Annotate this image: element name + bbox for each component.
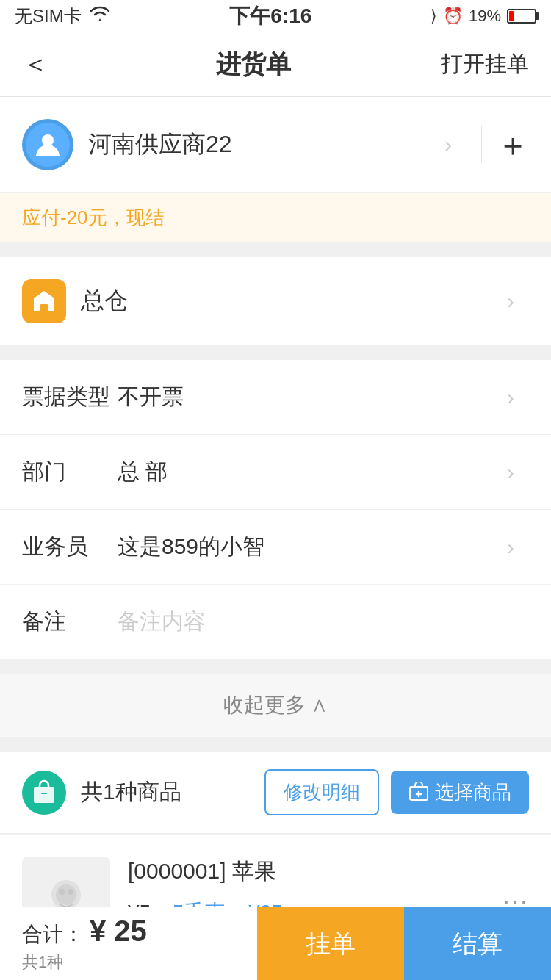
ticket-type-label: 票据类型 xyxy=(22,382,118,412)
remark-value[interactable]: 备注内容 xyxy=(118,607,529,637)
products-header: 共1种商品 修改明细 选择商品 xyxy=(0,752,551,833)
pay-label: 结算 xyxy=(453,927,503,961)
pay-button[interactable]: 结算 xyxy=(404,907,551,980)
warehouse-name: 总仓 xyxy=(81,285,507,317)
select-product-label: 选择商品 xyxy=(435,779,511,805)
back-button[interactable]: ＜ xyxy=(22,46,66,82)
total-section: 合计： ¥ 25 共1种 xyxy=(0,907,257,980)
department-value: 总 部 xyxy=(118,457,507,487)
salesperson-label: 业务员 xyxy=(22,532,118,562)
svg-rect-3 xyxy=(41,793,47,794)
hold-label: 挂单 xyxy=(306,927,356,961)
vertical-divider xyxy=(481,126,482,163)
salesperson-chevron-icon: › xyxy=(507,535,514,560)
battery-text: 19% xyxy=(469,7,501,26)
svg-point-7 xyxy=(56,884,76,905)
department-chevron-icon: › xyxy=(507,460,514,485)
warehouse-section: 总仓 › xyxy=(0,257,551,345)
collapse-label: 收起更多 ∧ xyxy=(223,691,328,719)
remark-row[interactable]: 备注 备注内容 xyxy=(0,585,551,659)
status-time: 下午6:16 xyxy=(229,2,311,30)
supplier-name[interactable]: 河南供应商22 xyxy=(88,129,444,161)
ticket-type-chevron-icon: › xyxy=(507,385,514,410)
warehouse-row[interactable]: 总仓 › xyxy=(0,257,551,345)
remark-label: 备注 xyxy=(22,607,118,637)
svg-point-9 xyxy=(68,889,73,895)
salesperson-value: 这是859的小智 xyxy=(118,532,507,562)
add-supplier-button[interactable]: ＋ xyxy=(497,129,529,161)
supplier-chevron-icon: › xyxy=(444,132,452,157)
supplier-section: 河南供应商22 › ＋ 应付-20元，现结 xyxy=(0,97,551,242)
open-hold-button[interactable]: 打开挂单 xyxy=(441,49,529,79)
svg-point-0 xyxy=(42,134,54,146)
ticket-type-value: 不开票 xyxy=(118,382,507,412)
department-row[interactable]: 部门 总 部 › xyxy=(0,435,551,510)
status-bar: 无SIM卡 下午6:16 ⟩ ⏰ 19% xyxy=(0,0,551,32)
total-label: 合计： xyxy=(22,920,84,948)
bottom-bar: 合计： ¥ 25 共1种 挂单 结算 xyxy=(0,907,551,980)
carrier-text: 无SIM卡 xyxy=(15,4,82,28)
wifi-icon xyxy=(89,5,111,27)
products-icon xyxy=(22,771,66,815)
status-right: ⟩ ⏰ 19% xyxy=(431,7,536,26)
svg-rect-2 xyxy=(34,787,54,803)
ticket-type-row[interactable]: 票据类型 不开票 › xyxy=(0,360,551,435)
select-product-button[interactable]: 选择商品 xyxy=(391,771,529,814)
hold-button[interactable]: 挂单 xyxy=(257,907,404,980)
battery-icon xyxy=(507,9,536,24)
supplier-row: 河南供应商22 › ＋ xyxy=(0,97,551,193)
nav-bar: ＜ 进货单 打开挂单 xyxy=(0,32,551,97)
total-sub: 共1种 xyxy=(22,951,235,973)
location-icon: ⟩ xyxy=(431,7,437,26)
products-count: 共1种商品 xyxy=(81,777,264,807)
product-name: [0000001] 苹果 xyxy=(128,857,503,887)
form-section: 票据类型 不开票 › 部门 总 部 › 业务员 这是859的小智 › 备注 备注… xyxy=(0,360,551,659)
supplier-avatar xyxy=(22,119,73,170)
svg-point-8 xyxy=(59,889,65,895)
status-left: 无SIM卡 xyxy=(15,4,111,28)
salesperson-row[interactable]: 业务员 这是859的小智 › xyxy=(0,510,551,585)
page-title: 进货单 xyxy=(216,48,291,82)
alarm-icon: ⏰ xyxy=(443,7,463,26)
warehouse-icon xyxy=(22,279,66,323)
supplier-notice: 应付-20元，现结 xyxy=(0,193,551,242)
department-label: 部门 xyxy=(22,457,118,487)
edit-detail-button[interactable]: 修改明细 xyxy=(264,769,379,815)
collapse-button[interactable]: 收起更多 ∧ xyxy=(0,674,551,737)
total-amount: ¥ 25 xyxy=(90,915,147,948)
svg-rect-1 xyxy=(40,304,48,311)
warehouse-chevron-icon: › xyxy=(507,289,514,314)
total-main: 合计： ¥ 25 xyxy=(22,915,235,948)
